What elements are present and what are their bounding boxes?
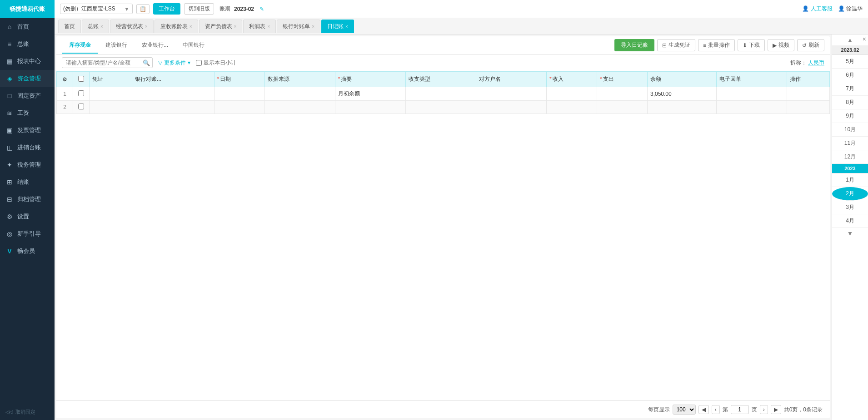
sidebar-item-label: 固定资产: [17, 92, 41, 100]
row-expense: [597, 101, 647, 114]
tab-biz-status[interactable]: 经营状况表 ×: [110, 20, 154, 33]
workbench-button[interactable]: 工作台: [153, 3, 180, 15]
tab-ledger[interactable]: 总账 ×: [82, 20, 109, 33]
content-area: 库存现金 建设银行 农业银行... 中国银行 导入日记账 ⊟ 生成凭证 ≡ 批量…: [55, 35, 868, 420]
sidebar-item-invoice[interactable]: ▣ 发票管理: [0, 122, 55, 139]
daily-summary-check[interactable]: [196, 60, 202, 66]
tab-receivable[interactable]: 应收账龄表 ×: [155, 20, 198, 33]
sidebar-item-member[interactable]: V 畅会员: [0, 242, 55, 260]
calendar-close-button[interactable]: ×: [863, 35, 866, 43]
row-date: [214, 87, 264, 101]
row-checkbox[interactable]: [73, 87, 90, 101]
subtab-construction[interactable]: 建设银行: [98, 38, 135, 54]
sidebar-item-report[interactable]: ▤ 报表中心: [0, 53, 55, 70]
sidebar-item-guide[interactable]: ◎ 新手引导: [0, 225, 55, 242]
unpin-button[interactable]: ◁◁ 取消固定: [0, 404, 55, 420]
tab-assets-debt[interactable]: 资产负债表 ×: [199, 20, 243, 33]
sidebar-item-payroll[interactable]: ≋ 工资: [0, 104, 55, 122]
next-page-button[interactable]: ›: [760, 405, 768, 414]
tab-bank-statement[interactable]: 银行对账单 ×: [277, 20, 320, 33]
sidebar-item-settle[interactable]: ⊞ 结账: [0, 173, 55, 191]
first-page-button[interactable]: ◀: [698, 405, 709, 414]
sidebar-item-fixed[interactable]: □ 固定资产: [0, 87, 55, 104]
cal-month-7[interactable]: 7月: [832, 82, 868, 96]
import-journal-button[interactable]: 导入日记账: [614, 39, 654, 51]
period-value: 2023-02: [234, 6, 254, 12]
video-button[interactable]: ▶ 视频: [768, 39, 794, 51]
row-e-receipt: [716, 101, 787, 114]
cal-month-12[interactable]: 12月: [832, 150, 868, 164]
more-filter-button[interactable]: ▽ 更多条件 ▾: [158, 59, 190, 67]
journal-table-wrap: ⚙ 凭证 银行对账... 日期 数据来源 摘要 收支类型 对方户名 收入 支出 …: [56, 71, 830, 400]
refresh-button[interactable]: ↺ 刷新: [797, 39, 824, 51]
subtab-cash[interactable]: 库存现金: [62, 38, 98, 54]
close-icon[interactable]: ×: [267, 24, 270, 29]
cal-month-5[interactable]: 5月: [832, 55, 868, 69]
subtab-agriculture[interactable]: 农业银行...: [135, 38, 175, 54]
cal-month-9[interactable]: 9月: [832, 109, 868, 123]
col-balance: 余额: [647, 72, 716, 87]
close-icon[interactable]: ×: [190, 24, 192, 29]
cal-month-11[interactable]: 11月: [832, 137, 868, 150]
close-icon[interactable]: ×: [345, 24, 348, 29]
settings-icon: ⚙: [5, 213, 14, 220]
customer-service-link[interactable]: 👤 人工客服: [802, 5, 832, 13]
tab-journal[interactable]: 日记账 ×: [321, 20, 354, 33]
sidebar-item-archive[interactable]: ⊟ 归档管理: [0, 191, 55, 208]
per-page-select[interactable]: 100 50 200: [673, 405, 696, 415]
close-icon[interactable]: ×: [312, 24, 314, 29]
show-daily-summary-checkbox[interactable]: 显示本日小计: [196, 59, 236, 67]
batch-ops-button[interactable]: ≡ 批量操作: [698, 39, 735, 51]
cal-month-2-active[interactable]: 2月: [832, 187, 868, 201]
sidebar-item-tax[interactable]: ✦ 税务管理: [0, 156, 55, 173]
subtabs-toolbar-row: 库存现金 建设银行 农业银行... 中国银行 导入日记账 ⊟ 生成凭证 ≡ 批量…: [56, 36, 830, 54]
company-selector[interactable]: (勿删）江西朋宝-LSS ▼: [60, 4, 133, 14]
currency-link[interactable]: 人民币: [808, 59, 824, 66]
close-icon[interactable]: ×: [145, 24, 148, 29]
last-page-button[interactable]: ▶: [771, 405, 781, 414]
cal-month-1[interactable]: 1月: [832, 173, 868, 187]
cal-month-3[interactable]: 3月: [832, 201, 868, 214]
cal-month-4[interactable]: 4月: [832, 214, 868, 228]
prev-page-button[interactable]: ‹: [712, 405, 720, 414]
search-input[interactable]: [62, 57, 153, 68]
sidebar-item-label: 总账: [17, 40, 29, 48]
period-edit-icon[interactable]: ✎: [259, 6, 264, 12]
sidebar-item-ledger[interactable]: ≡ 总账: [0, 35, 55, 53]
user-name[interactable]: 👤 徐温华: [838, 5, 863, 13]
copy-button[interactable]: 📋: [136, 4, 150, 14]
subtab-china[interactable]: 中国银行: [175, 38, 212, 54]
cal-month-6[interactable]: 6月: [832, 69, 868, 82]
row-checkbox[interactable]: [73, 101, 90, 114]
close-icon[interactable]: ×: [234, 24, 237, 29]
sidebar-item-settings[interactable]: ⚙ 设置: [0, 208, 55, 225]
sidebar-item-label: 结账: [17, 178, 29, 186]
col-settings[interactable]: ⚙: [57, 72, 73, 87]
page-input[interactable]: [731, 405, 749, 414]
tab-home[interactable]: 首页: [58, 20, 81, 33]
search-icon[interactable]: 🔍: [143, 59, 150, 66]
cal-month-8[interactable]: 8月: [832, 96, 868, 109]
row-summary: 月初余额: [335, 87, 405, 101]
col-source: 数据来源: [264, 72, 335, 87]
calendar-nav-down[interactable]: ▼: [832, 228, 868, 239]
tab-label: 利润表: [249, 23, 265, 30]
sidebar-item-home[interactable]: ⌂ 首页: [0, 18, 55, 35]
invoice-icon: ▣: [5, 127, 14, 134]
sidebar-item-purchase[interactable]: ◫ 进销台账: [0, 139, 55, 156]
row-balance: [647, 101, 716, 114]
download-button[interactable]: ⬇ 下载: [738, 39, 765, 51]
col-voucher: 凭证: [90, 72, 132, 87]
old-version-button[interactable]: 切到旧版: [184, 3, 214, 15]
user-avatar-icon: 👤: [838, 5, 845, 12]
cal-month-10[interactable]: 10月: [832, 123, 868, 137]
close-icon[interactable]: ×: [100, 24, 103, 29]
tab-profit[interactable]: 利润表 ×: [243, 20, 276, 33]
sidebar-item-finance[interactable]: ◈ 资金管理: [0, 70, 55, 87]
col-checkbox[interactable]: [73, 72, 90, 87]
select-all-checkbox[interactable]: [78, 76, 84, 82]
tab-label: 经营状况表: [116, 23, 143, 30]
row-expense: [597, 87, 647, 101]
purchase-icon: ◫: [5, 144, 14, 151]
generate-voucher-button[interactable]: ⊟ 生成凭证: [657, 39, 695, 51]
